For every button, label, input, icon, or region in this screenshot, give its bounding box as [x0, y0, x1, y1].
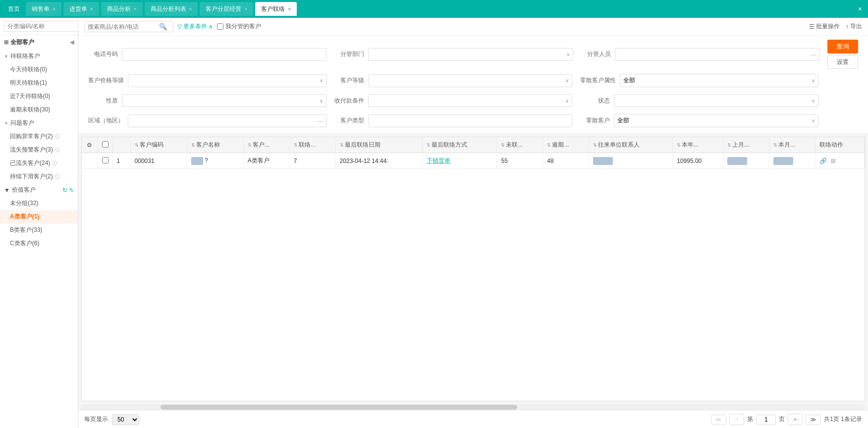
tab-customer-contact[interactable]: 客户联络 ×: [255, 2, 297, 16]
filter-select-person[interactable]: ···: [615, 48, 819, 61]
page-number-input[interactable]: [756, 415, 776, 425]
sidebar-item-7day-contact[interactable]: 近7天待联络(0): [0, 90, 78, 103]
my-customers-checkbox[interactable]: [217, 23, 223, 30]
action-grid-icon[interactable]: ⊞: [831, 158, 836, 164]
sidebar-item-churn-warning[interactable]: 流失预警客户(3) ⓘ: [0, 143, 78, 157]
filter-select-region[interactable]: ···: [128, 114, 326, 127]
all-customers-header[interactable]: ⊞ 全部客户 ◀: [0, 35, 78, 50]
tab-product-analysis-list[interactable]: 商品分析列表 ×: [145, 2, 198, 16]
sidebar-item-7day-contact-label: 近7天待联络(0): [10, 92, 50, 101]
first-page-button[interactable]: ≪: [711, 415, 726, 425]
last-method-link[interactable]: 下销货单: [427, 157, 450, 164]
tab-purchase-order-close[interactable]: ×: [90, 6, 93, 12]
tab-sales-order[interactable]: 销售单 ×: [26, 2, 61, 16]
column-code[interactable]: ⇅客户编码: [130, 137, 187, 153]
filter-select-retail[interactable]: 全部 ∨: [614, 114, 818, 127]
sidebar-item-tomorrow-contact[interactable]: 明天待联络(1): [0, 76, 78, 90]
tab-purchase-order[interactable]: 进货单 ×: [63, 2, 99, 16]
column-this-month[interactable]: ⇅本月...: [769, 137, 815, 153]
sidebar-item-declining[interactable]: 持续下滑客户(2) ⓘ: [0, 170, 78, 183]
row-checkbox-1[interactable]: [102, 157, 108, 163]
column-last-method[interactable]: ⇅最后联络方式: [422, 137, 497, 153]
tab-customer-contact-close[interactable]: ×: [288, 6, 291, 12]
info-icon-3: ⓘ: [55, 173, 60, 180]
column-checkbox[interactable]: [98, 137, 112, 153]
search-input[interactable]: [88, 23, 157, 30]
prev-page-button[interactable]: ＜: [729, 414, 744, 425]
scrollbar-thumb[interactable]: [161, 405, 517, 410]
filter-label-nature: 性质: [88, 97, 118, 105]
query-button[interactable]: 查询: [827, 40, 858, 54]
sidebar-item-overdue-contact[interactable]: 逾期未联络(30): [0, 103, 78, 116]
grid-icon: ⊞: [4, 39, 8, 46]
sort-icon-code: ⇅: [135, 143, 139, 148]
sidebar-collapse-icon[interactable]: ◀: [70, 39, 74, 46]
filter-select-status[interactable]: ∨: [614, 94, 818, 107]
next-page-button[interactable]: ＞: [788, 414, 803, 425]
filter-select-customer-level[interactable]: ∨: [368, 74, 573, 87]
search-icon[interactable]: 🔍: [159, 23, 167, 30]
settings-button[interactable]: 设置: [827, 55, 858, 69]
batch-operation-button[interactable]: ☰ 批量操作: [809, 22, 840, 31]
value-customers-header[interactable]: ▼ 价值客户 ↻ ✎: [0, 183, 78, 197]
customer-color-indicator: [191, 157, 203, 165]
export-icon: ↑: [846, 23, 849, 30]
sidebar-item-class-b[interactable]: B类客户(33): [0, 223, 78, 237]
column-name[interactable]: ⇅客户名称: [187, 137, 243, 153]
cell-checkbox[interactable]: [98, 153, 112, 169]
dots-icon-region[interactable]: ···: [317, 117, 323, 125]
close-all-tabs[interactable]: ×: [856, 5, 864, 13]
value-customers-edit-icon[interactable]: ✎: [69, 187, 74, 194]
filter-input-phone[interactable]: [122, 48, 326, 61]
column-last-date[interactable]: ⇅最后联络日期: [335, 137, 422, 153]
filter-select-dept[interactable]: ∨: [368, 48, 573, 61]
filter-cell-phone: 电话号码: [84, 46, 330, 63]
action-link-icon[interactable]: 🔗: [819, 158, 827, 164]
home-tab[interactable]: 首页: [4, 5, 24, 13]
sidebar-item-class-b-label: B类客户(33): [10, 226, 42, 234]
tab-product-analysis[interactable]: 商品分析 ×: [101, 2, 143, 16]
filter-input-customer-type[interactable]: [368, 114, 573, 127]
column-overdue[interactable]: ⇅逾期...: [543, 137, 589, 153]
column-last-month[interactable]: ⇅上月...: [723, 137, 769, 153]
bottom-bar: 每页显示 50 100 ≪ ＜ 第 页 ＞ ≫ 共1页 1条记录: [78, 410, 868, 428]
toolbar-right: ☰ 批量操作 ↑ 导出: [809, 22, 862, 31]
filter-select-payment[interactable]: ∨: [368, 94, 573, 107]
filter-select-retail-attr[interactable]: 全部 ∨: [620, 74, 818, 87]
problem-customers-header[interactable]: ▼ 问题客户: [0, 116, 78, 130]
export-button[interactable]: ↑ 导出: [846, 22, 862, 31]
more-filter-button[interactable]: ▽ 更多条件 ∧: [177, 22, 213, 31]
column-level[interactable]: ⇅客户...: [243, 137, 289, 153]
last-page-button[interactable]: ≫: [806, 415, 821, 425]
tab-product-analysis-close[interactable]: ×: [134, 6, 137, 12]
column-no-contact[interactable]: ⇅未联...: [497, 137, 543, 153]
cell-settings: [82, 153, 98, 169]
page-label: 第: [747, 415, 753, 424]
select-all-checkbox[interactable]: [102, 141, 108, 148]
chevron-icon-dept: ∨: [566, 52, 570, 57]
sidebar-item-churned[interactable]: 已流失客户(24) ⓘ: [0, 157, 78, 170]
sidebar-item-class-a[interactable]: A类客户(1): [0, 210, 78, 223]
filter-select-price-level[interactable]: ∨: [128, 74, 326, 87]
cell-last-method[interactable]: 下销货单: [422, 153, 497, 169]
sidebar-item-unclassified[interactable]: 未分组(32): [0, 197, 78, 210]
per-page-select[interactable]: 50 100: [112, 414, 139, 425]
sidebar-item-abnormal-repurchase[interactable]: 回购异常客户(2) ⓘ: [0, 130, 78, 143]
horizontal-scrollbar[interactable]: [81, 404, 865, 410]
tab-customer-tier-close[interactable]: ×: [244, 6, 247, 12]
pending-contact-label: 待联络客户: [10, 52, 40, 60]
column-contact-count[interactable]: ⇅联络...: [289, 137, 335, 153]
tab-sales-order-close[interactable]: ×: [53, 6, 55, 12]
filter-select-nature[interactable]: ∨: [122, 94, 326, 107]
value-customers-refresh-icon[interactable]: ↻: [62, 187, 67, 194]
sidebar-item-today-contact[interactable]: 今天待联络(0): [0, 63, 78, 76]
sidebar-item-class-c[interactable]: C类客户(6): [0, 237, 78, 250]
column-settings[interactable]: ⚙: [82, 137, 98, 153]
column-this-year[interactable]: ⇅本年...: [673, 137, 723, 153]
sidebar-search-input[interactable]: [4, 21, 78, 32]
tab-product-analysis-list-close[interactable]: ×: [189, 6, 192, 12]
dots-icon-person[interactable]: ···: [810, 51, 816, 58]
column-contact-person[interactable]: ⇅往来单位联系人: [589, 137, 673, 153]
pending-contact-header[interactable]: ▼ 待联络客户: [0, 50, 78, 63]
tab-customer-tier[interactable]: 客户分层经营 ×: [200, 2, 253, 16]
